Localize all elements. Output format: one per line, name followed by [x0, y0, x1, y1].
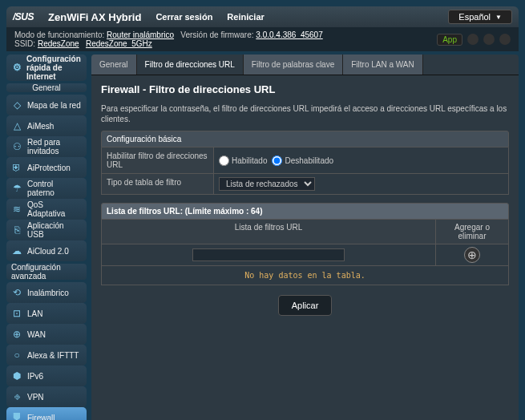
nav-icon: ≋	[11, 204, 22, 215]
nav-icon: ⎘	[11, 224, 22, 236]
url-list-header: Lista de filtros URL: (Límite máximo : 6…	[101, 203, 509, 220]
firmware-label: Versión de firmware:	[180, 30, 253, 39]
nav-icon: ⛊	[11, 412, 22, 420]
tab-filtro-de-palabras-clave[interactable]: Filtro de palabras clave	[244, 55, 343, 75]
sidebar-item-wan[interactable]: ⊕WAN	[6, 324, 87, 345]
brand-logo: /SUS	[13, 11, 34, 22]
enable-filter-label: Habilitar filtro de direcciones URL	[102, 147, 214, 173]
sidebar-item-label: LAN	[27, 309, 42, 318]
tab-filtro-de-direcciones-url[interactable]: Filtro de direcciones URL	[137, 55, 244, 75]
mode-link[interactable]: Router inalámbrico	[107, 30, 174, 39]
add-button[interactable]: ⊕	[464, 247, 480, 263]
column-add: Agregar o eliminar	[436, 220, 508, 244]
logout-button[interactable]: Cerrar sesión	[155, 12, 212, 22]
status-icon[interactable]	[483, 34, 495, 45]
tab-bar: GeneralFiltro de direcciones URLFiltro d…	[91, 55, 519, 75]
sidebar-item-aplicaci-n-usb[interactable]: ⎘Aplicación USB	[6, 220, 87, 240]
sidebar-item-label: Control paterno	[27, 180, 82, 197]
sidebar-item-control-paterno[interactable]: ☂Control paterno	[6, 178, 87, 199]
sidebar-section-general: General	[6, 83, 87, 92]
tab-general[interactable]: General	[91, 55, 137, 75]
sidebar-item-label: AiMesh	[27, 122, 54, 131]
sidebar-item-label: Configuración rápida de Internet	[26, 55, 82, 81]
sidebar-item-mapa-de-la-red[interactable]: ◇Mapa de la red	[6, 95, 87, 115]
nav-icon: ◇	[11, 99, 22, 111]
content-area: GeneralFiltro de direcciones URLFiltro d…	[91, 55, 519, 420]
nav-icon: ○	[11, 349, 22, 361]
page-description: Para especificar la contraseña, el filtr…	[101, 103, 509, 124]
sidebar-item-label: Inalámbrico	[27, 289, 69, 297]
sidebar-item-label: VPN	[27, 393, 44, 402]
sidebar-item-label: QoS Adaptativa	[27, 200, 82, 218]
url-input[interactable]	[192, 248, 345, 261]
sidebar-item-firewall[interactable]: ⛊Firewall	[6, 407, 87, 420]
nav-icon: ☁	[11, 245, 22, 256]
sidebar-item-label: Alexa & IFTTT	[27, 351, 79, 360]
sidebar-item-aicloud-2-0[interactable]: ☁AiCloud 2.0	[6, 240, 87, 261]
nav-icon: ⊕	[11, 329, 22, 340]
sidebar-item-alexa-ifttt[interactable]: ○Alexa & IFTTT	[6, 345, 87, 365]
sidebar-item-label: AiCloud 2.0	[27, 247, 69, 256]
table-type-label: Tipo de tabla de filtro	[102, 174, 214, 194]
nav-icon: ⛨	[11, 162, 22, 173]
disable-radio[interactable]: Deshabilitado	[272, 155, 333, 166]
top-bar: /SUS ZenWiFi AX Hybrid Cerrar sesión Rei…	[6, 6, 519, 27]
table-type-select[interactable]: Lista de rechazados	[219, 177, 315, 191]
sidebar-item-label: Aplicación USB	[27, 221, 82, 239]
enable-radio[interactable]: Habilitado	[219, 155, 267, 166]
page-title: Firewall - Filtro de direcciones URL	[101, 83, 509, 95]
nav-icon: △	[11, 120, 22, 131]
sidebar-item-label: Firewall	[27, 414, 55, 421]
ssid-label: SSID:	[14, 39, 35, 48]
info-bar: Modo de funcionamiento: Router inalámbri…	[6, 27, 519, 51]
gear-icon: ⚙	[11, 63, 22, 74]
sidebar-item-lan[interactable]: ⊡LAN	[6, 303, 87, 324]
sidebar-item-label: WAN	[27, 330, 46, 339]
sidebar-item-ipv6[interactable]: ⬢IPv6	[6, 365, 87, 386]
sidebar-item-aimesh[interactable]: △AiMesh	[6, 115, 87, 136]
ssid-link-1[interactable]: RedesZone	[38, 39, 79, 48]
sidebar-item-inal-mbrico[interactable]: ⟲Inalámbrico	[6, 282, 87, 303]
language-label: Español	[458, 12, 491, 22]
reboot-button[interactable]: Reiniciar	[227, 12, 264, 22]
nav-icon: ☂	[11, 183, 22, 194]
sidebar-item-label: AiProtection	[27, 164, 71, 172]
sidebar-quick-setup[interactable]: ⚙ Configuración rápida de Internet	[6, 55, 87, 81]
ssid-link-2[interactable]: RedesZone_5GHz	[86, 39, 152, 48]
sidebar-item-label: IPv6	[27, 372, 43, 381]
language-selector[interactable]: Español ▼	[448, 10, 512, 24]
firmware-link[interactable]: 3.0.0.4.386_45607	[256, 30, 322, 39]
mode-label: Modo de funcionamiento:	[14, 30, 104, 39]
plus-icon: ⊕	[467, 248, 477, 261]
chevron-down-icon: ▼	[495, 14, 502, 21]
sidebar-item-red-para-invitados[interactable]: ⚇Red para invitados	[6, 136, 87, 157]
nav-icon: ⬢	[11, 370, 22, 382]
empty-message: No hay datos en la tabla.	[101, 266, 509, 285]
nav-icon: ⟲	[11, 287, 22, 298]
sidebar-section-advanced: Configuración avanzada	[6, 264, 87, 280]
sidebar-item-aiprotection[interactable]: ⛨AiProtection	[6, 157, 87, 178]
sidebar-item-qos-adaptativa[interactable]: ≋QoS Adaptativa	[6, 199, 87, 220]
app-button[interactable]: App	[437, 34, 462, 46]
sidebar-item-vpn[interactable]: ⎆VPN	[6, 386, 87, 407]
column-url: Lista de filtros URL	[102, 220, 436, 244]
basic-config-header: Configuración básica	[101, 131, 509, 147]
sidebar: ⚙ Configuración rápida de Internet Gener…	[6, 55, 87, 420]
status-icon[interactable]	[467, 34, 479, 45]
apply-button[interactable]: Aplicar	[278, 295, 333, 316]
sidebar-item-label: Red para invitados	[27, 138, 82, 155]
model-name: ZenWiFi AX Hybrid	[48, 11, 141, 23]
nav-icon: ⎆	[11, 391, 22, 402]
sidebar-item-label: Mapa de la red	[27, 101, 81, 110]
nav-icon: ⊡	[11, 308, 22, 319]
nav-icon: ⚇	[11, 141, 22, 152]
tab-filtro-lan-a-wan[interactable]: Filtro LAN a WAN	[343, 55, 423, 75]
status-icon[interactable]	[499, 34, 511, 45]
